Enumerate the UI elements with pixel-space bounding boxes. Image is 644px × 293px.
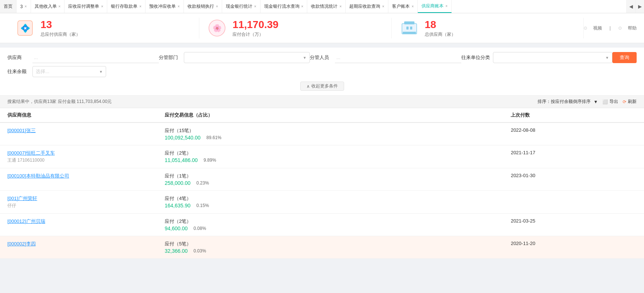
dept-dropdown[interactable]: ▼ xyxy=(184,52,310,63)
transaction-cell: 应付（1笔） 258,000.00 0.23% xyxy=(165,173,322,186)
nav-item-label: 收款核销执行 xyxy=(188,3,214,10)
nav-item-customer-book[interactable]: 客户账本 × xyxy=(388,0,418,13)
close-icon[interactable]: × xyxy=(445,4,448,8)
stat-text-suppliers: 18 总供应商（家） xyxy=(425,18,456,38)
balance-dropdown[interactable]: 选择... ▼ xyxy=(32,66,106,77)
supplier-cell: [000007]恒旺二手叉车 王通 17106110000 xyxy=(7,150,165,163)
transaction-label: 应付（2笔） xyxy=(165,218,322,225)
supplier-link[interactable]: [001]广州荣轩 xyxy=(7,196,37,201)
refresh-button[interactable]: ⟳ 刷新 xyxy=(623,99,637,105)
nav-item-label: 其他收入单 xyxy=(35,3,57,10)
help-link[interactable]: 帮助 xyxy=(628,25,637,31)
svg-text:🌸: 🌸 xyxy=(213,24,222,32)
svg-rect-7 xyxy=(410,27,412,30)
transaction-amount: 164,635.90 xyxy=(165,203,190,208)
nav-item-other-income[interactable]: 其他收入单 × xyxy=(31,0,65,13)
transaction-amount: 100,092,540.00 xyxy=(165,135,200,141)
supplier-link[interactable]: [000007]恒旺二手叉车 xyxy=(7,150,55,156)
nav-item-home[interactable]: 首页 xyxy=(0,0,17,13)
close-icon[interactable]: × xyxy=(178,4,180,8)
last-payment-cell: 2022-08-08 xyxy=(511,127,637,133)
nav-prev-arrow[interactable]: ◀ xyxy=(626,0,635,13)
svg-rect-6 xyxy=(406,27,409,30)
nav-bar: 首页 3 × 其他收入单 × 应收应付调整单 × 银行存取款单 × 预收冲应收单… xyxy=(0,0,644,13)
total-suppliers-icon xyxy=(399,18,420,38)
close-icon[interactable]: × xyxy=(412,4,414,8)
sort-label: 排序：按应付余额倒序排序 xyxy=(538,99,591,105)
supplier-input[interactable] xyxy=(32,52,159,63)
svg-rect-5 xyxy=(404,21,414,24)
circle-icon2: ⊙ xyxy=(618,25,622,31)
payable-suppliers-number: 13 xyxy=(41,18,80,31)
video-link[interactable]: 视频 xyxy=(593,25,602,31)
close-icon[interactable]: × xyxy=(382,4,384,8)
export-button[interactable]: ⬜ 导出 xyxy=(602,99,618,105)
nav-item-label: 收款情况统计 xyxy=(311,3,337,10)
nav-item-3[interactable]: 3 × xyxy=(17,0,31,13)
nav-item-label: 现金银行统计 xyxy=(226,3,252,10)
supplier-label: 供应商 xyxy=(7,54,29,61)
nav-item-collection[interactable]: 收款核销执行 × xyxy=(184,0,222,13)
nav-item-adjustment[interactable]: 应收应付调整单 × xyxy=(64,0,107,13)
transaction-info: 应付（4笔） 164,635.90 0.15% xyxy=(165,195,322,208)
nav-item-bank-deposit[interactable]: 银行存取款单 × xyxy=(107,0,146,13)
transaction-info: 应付（2笔） 94,600.00 0.08% xyxy=(165,218,322,231)
supplier-cell: [000100]本特勒油品有限公司 xyxy=(7,173,165,179)
nav-item-label: 3 xyxy=(20,4,23,9)
person-label: 分管人员 xyxy=(310,54,332,61)
person-input[interactable] xyxy=(335,52,461,63)
close-icon[interactable]: × xyxy=(59,4,61,8)
header-last-payment: 上次付数 xyxy=(511,112,637,118)
collapse-label: 收起更多条件 xyxy=(311,83,338,89)
stat-text-total: 11,170.39 应付合计（万） xyxy=(232,18,279,38)
export-icon: ⬜ xyxy=(602,99,608,104)
supplier-sub: 仔仔 xyxy=(7,203,165,209)
transaction-cell: 应付（5笔） 32,366.00 0.03% xyxy=(165,241,322,254)
filter-supplier: 供应商 xyxy=(7,52,159,63)
collapse-button[interactable]: ∧ 收起更多条件 xyxy=(300,82,344,91)
close-icon[interactable]: × xyxy=(301,4,304,8)
payable-total-icon: 🌸 xyxy=(207,18,227,38)
nav-item-collection-stat[interactable]: 收款情况统计 × xyxy=(307,0,346,13)
close-icon[interactable]: × xyxy=(254,4,256,8)
table-row: [000001]张三 应付（15笔） 100,092,540.00 89.61%… xyxy=(0,123,644,145)
close-icon[interactable]: × xyxy=(25,4,27,8)
supplier-link[interactable]: [000012]广州贝瑞 xyxy=(7,218,45,224)
close-icon[interactable]: × xyxy=(216,4,218,8)
last-payment-cell: 2021-03-25 xyxy=(511,218,637,224)
transaction-label: 应付（15笔） xyxy=(165,127,322,134)
search-button[interactable]: 查询 xyxy=(612,52,637,63)
payable-total-label: 应付合计（万） xyxy=(232,31,279,38)
transaction-amount: 94,600.00 xyxy=(165,225,188,231)
transaction-label: 应付（2笔） xyxy=(165,150,322,156)
transaction-cell: 应付（15笔） 100,092,540.00 89.61% xyxy=(165,127,322,141)
chevron-up-icon: ∧ xyxy=(307,84,310,89)
nav-item-cash-bank-stat[interactable]: 现金银行统计 × xyxy=(222,0,260,13)
supplier-link[interactable]: [000002]李四 xyxy=(7,241,36,247)
nav-next-arrow[interactable]: ▶ xyxy=(635,0,644,13)
transaction-amount: 32,366.00 xyxy=(165,248,188,254)
collapse-bar: ∧ 收起更多条件 xyxy=(7,80,637,92)
transaction-amount: 11,051,486.00 xyxy=(165,157,198,163)
sort-dropdown[interactable]: 排序：按应付余额倒序排序 ▼ xyxy=(538,99,598,105)
nav-item-supplier-book[interactable]: 供应商账本 × xyxy=(418,0,452,13)
last-payment-value: 2021-11-17 xyxy=(511,150,535,155)
table-row: [000012]广州贝瑞 应付（2笔） 94,600.00 0.08% 2021… xyxy=(0,214,644,236)
close-icon[interactable]: × xyxy=(101,4,103,8)
filter-category: 往来单位分类 ▼ xyxy=(461,52,613,63)
transaction-row: 11,051,486.00 9.89% xyxy=(165,157,322,163)
close-icon[interactable]: × xyxy=(339,4,342,8)
category-dropdown[interactable]: ▼ xyxy=(493,52,613,63)
supplier-link[interactable]: [000100]本特勒油品有限公司 xyxy=(7,173,69,179)
nav-item-prepay[interactable]: 预收冲应收单 × xyxy=(146,0,184,13)
nav-item-cash-bank-flow[interactable]: 现金银行流水查询 × xyxy=(260,0,308,13)
close-icon[interactable]: × xyxy=(139,4,141,8)
stat-actions: ⊙ 视频 ｜ ⊙ 帮助 xyxy=(584,18,637,38)
transaction-row: 258,000.00 0.23% xyxy=(165,180,322,186)
nav-item-label: 银行存取款单 xyxy=(111,3,137,10)
nav-item-overdue[interactable]: 超期应收款查询 × xyxy=(346,0,388,13)
transaction-percent: 9.89% xyxy=(204,158,216,163)
circle-icon: ⊙ xyxy=(584,25,587,31)
last-payment-cell: 2023-01-30 xyxy=(511,173,637,178)
supplier-link[interactable]: [000001]张三 xyxy=(7,128,36,133)
